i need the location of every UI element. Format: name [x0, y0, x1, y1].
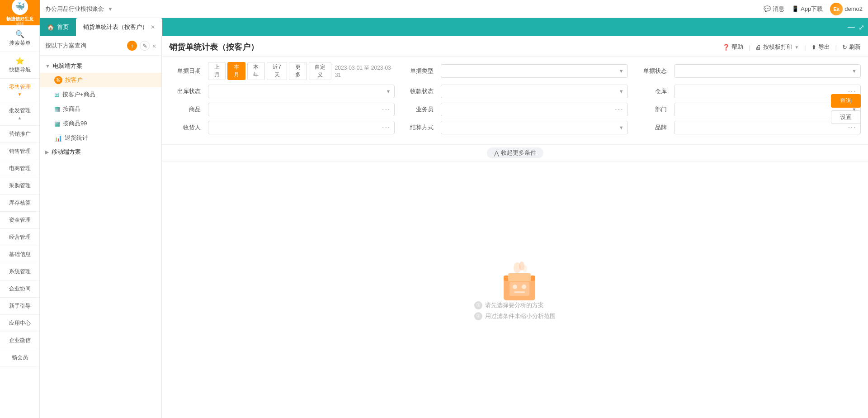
date-btn-last-month[interactable]: 上月	[208, 62, 226, 80]
sidebar-item-operations[interactable]: 经营管理	[0, 229, 39, 246]
sidebar-item-guide[interactable]: 新手引导	[0, 298, 39, 315]
add-scheme-btn[interactable]: +	[127, 41, 137, 51]
customer-icon: 客	[54, 76, 62, 84]
tree-item-by-product99[interactable]: ▦ 按商品99	[40, 116, 161, 131]
sidebar-item-enterprise[interactable]: 企业协同	[0, 280, 39, 298]
tab-close-btn[interactable]: ✕	[151, 24, 155, 30]
breadcrumb-dropdown[interactable]: ▼	[108, 6, 113, 12]
svg-point-2	[523, 265, 527, 272]
sidebar-item-wholesale[interactable]: 批发管理 ▲	[0, 102, 39, 126]
collapse-label: 收起更多条件	[501, 149, 536, 157]
empty-illustration	[492, 260, 538, 296]
date-range: 2023-03-01 至 2023-03-31	[335, 64, 395, 78]
doc-type-control[interactable]: ▼	[441, 64, 627, 78]
out-status-control[interactable]: ▼	[208, 85, 395, 98]
settlement-control[interactable]: ▼	[441, 121, 627, 134]
sidebar-item-basic[interactable]: 基础信息	[0, 246, 39, 263]
topbar-right: 💬 消息 📱 App下载 Ea demo2	[764, 3, 863, 15]
collapse-panel-btn[interactable]: «	[152, 42, 156, 49]
message-btn[interactable]: 💬 消息	[764, 5, 784, 13]
settlement-select[interactable]: ▼	[441, 121, 627, 134]
tabbar-spacer	[162, 18, 844, 36]
date-btn-this-month[interactable]: 本月	[227, 62, 245, 80]
salesperson-select[interactable]: ···	[441, 103, 627, 116]
recipient-select[interactable]: ···	[208, 121, 395, 134]
tabbar: 🏠 首页 销货单统计表（按客户） ✕ — ⤢	[40, 18, 868, 36]
sidebar-nav[interactable]: ⭐ 快捷导航	[0, 52, 39, 79]
product-select[interactable]: ···	[208, 103, 395, 116]
tree-item-return-stats[interactable]: 📊 退货统计	[40, 131, 161, 145]
refresh-label: 刷新	[849, 43, 861, 51]
out-status-arrow-icon: ▼	[386, 89, 391, 94]
tree-item-by-customer[interactable]: 客 按客户	[40, 73, 161, 87]
purchase-label: 采购管理	[2, 182, 38, 190]
settings-btn[interactable]: 设置	[831, 110, 861, 124]
sidebar-item-sales[interactable]: 销售管理	[0, 143, 39, 160]
date-btn-7days[interactable]: 近7天	[267, 62, 287, 80]
payment-status-arrow-icon: ▼	[619, 89, 624, 94]
hint-num-2: ②	[474, 312, 482, 320]
left-panel-title: 按以下方案查询	[45, 42, 86, 50]
filter-row2: 出库状态 ▼ 收款状态 ▼	[169, 85, 861, 98]
tab-sales-label: 销货单统计表（按客户）	[83, 23, 148, 31]
query-btn[interactable]: 查询	[831, 94, 861, 108]
recipient-control[interactable]: ···	[208, 121, 395, 134]
doc-type-arrow-icon: ▼	[619, 68, 624, 74]
salesperson-label: 业务员	[402, 105, 434, 114]
tree-mobile-section[interactable]: ▶ 移动端方案	[40, 145, 161, 159]
empty-svg	[492, 260, 547, 305]
sidebar-item-purchase[interactable]: 采购管理	[0, 177, 39, 195]
out-status-select[interactable]: ▼	[208, 85, 395, 98]
doc-type-label: 单据类型	[402, 67, 434, 75]
minimize-btn[interactable]: —	[848, 23, 855, 31]
sidebar-item-apps[interactable]: 应用中心	[0, 315, 39, 332]
export-btn[interactable]: ⬆ 导出	[811, 43, 830, 51]
tab-home[interactable]: 🏠 首页	[40, 18, 76, 36]
basic-label: 基础信息	[2, 251, 38, 258]
sidebar-item-wechat[interactable]: 企业微信	[0, 332, 39, 349]
refresh-btn[interactable]: ↻ 刷新	[842, 43, 861, 51]
sidebar-item-finance[interactable]: 资金管理	[0, 212, 39, 229]
scheme-tree: ▼ 电脑端方案 客 按客户 ⊞ 按客户+商品 ▦ 按商品 ▦ 按商品99	[40, 56, 161, 162]
sidebar-item-member[interactable]: 畅会员	[0, 349, 39, 366]
left-panel-actions: + ✎ «	[127, 41, 156, 51]
edit-scheme-btn[interactable]: ✎	[140, 41, 150, 51]
search-label: 搜索菜单	[2, 39, 38, 47]
date-btn-this-year[interactable]: 本年	[247, 62, 265, 80]
date-btn-custom[interactable]: 自定义	[309, 62, 331, 80]
sidebar-search[interactable]: 🔍 搜索菜单	[0, 25, 39, 52]
user-profile[interactable]: Ea demo2	[830, 3, 863, 15]
date-btn-more[interactable]: 更多	[289, 62, 307, 80]
by-product-label: 按商品	[63, 105, 80, 113]
print-btn[interactable]: 🖨 按模板打印 ▼	[755, 43, 799, 51]
retail-label: 零售管理	[2, 83, 38, 91]
sidebar-item-system[interactable]: 系统管理	[0, 263, 39, 280]
payment-status-control[interactable]: ▼	[441, 85, 627, 98]
product-control[interactable]: ···	[208, 103, 395, 116]
customer-product-label: 按客户+商品	[62, 90, 95, 99]
doc-type-select[interactable]: ▼	[441, 64, 627, 78]
tree-item-customer-product[interactable]: ⊞ 按客户+商品	[40, 87, 161, 102]
sidebar-item-retail[interactable]: 零售管理 ▼	[0, 79, 39, 102]
collapse-bar[interactable]: ⋀ 收起更多条件	[162, 145, 868, 162]
payment-status-select[interactable]: ▼	[441, 85, 627, 98]
sidebar-item-marketing[interactable]: 营销推广	[0, 126, 39, 143]
out-status-label: 出库状态	[169, 87, 201, 95]
sidebar-item-ecommerce[interactable]: 电商管理	[0, 160, 39, 177]
finance-label: 资金管理	[2, 216, 38, 224]
doc-status-control[interactable]: ▼	[674, 64, 861, 78]
payment-status-label: 收款状态	[402, 87, 434, 95]
sidebar-item-inventory[interactable]: 库存核算	[0, 195, 39, 212]
svg-rect-5	[508, 273, 531, 281]
tree-desktop-section[interactable]: ▼ 电脑端方案	[40, 59, 161, 73]
empty-state: ① 请先选择要分析的方案 ② 用过滤条件来缩小分析范围	[162, 162, 868, 418]
print-label: 按模板打印	[763, 43, 793, 51]
app-download-btn[interactable]: 📱 App下载	[792, 5, 823, 13]
tree-item-by-product[interactable]: ▦ 按商品	[40, 102, 161, 116]
maximize-btn[interactable]: ⤢	[859, 23, 864, 32]
sidebar: 🐳 畅捷信好生意 标版 🔍 搜索菜单 ⭐ 快捷导航 零售管理 ▼ 批发管理 ▲ …	[0, 0, 40, 418]
help-btn[interactable]: ❓ 帮助	[722, 43, 743, 51]
salesperson-control[interactable]: ···	[441, 103, 627, 116]
tab-sales-report[interactable]: 销货单统计表（按客户） ✕	[76, 18, 162, 36]
doc-status-select[interactable]: ▼	[674, 64, 861, 78]
